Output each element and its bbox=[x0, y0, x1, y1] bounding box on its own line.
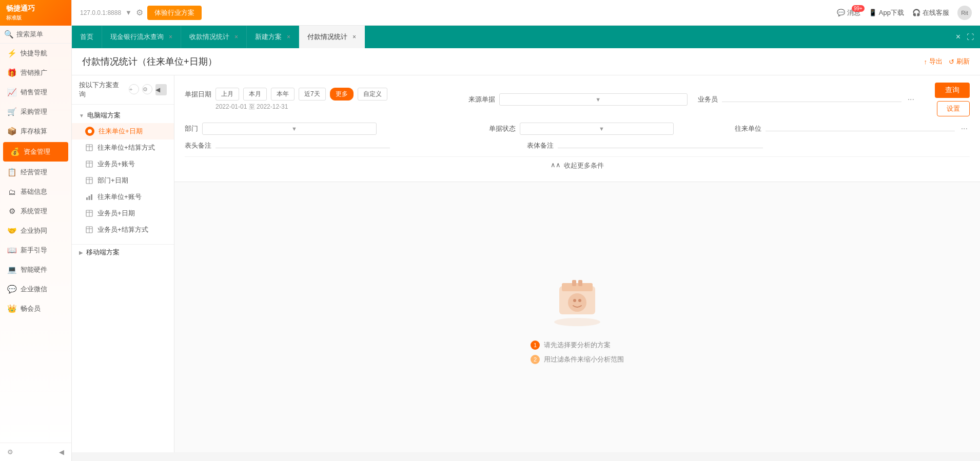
query-btn-area: 查询 设置 bbox=[935, 83, 970, 116]
chevron-left-icon: ◀ bbox=[155, 86, 167, 93]
header-note-col: 表头备注 bbox=[185, 141, 517, 150]
tab-receipt-stats-label: 收款情况统计 bbox=[189, 32, 229, 42]
scheme-panel-icons: + ⚙ ◀ bbox=[129, 84, 167, 95]
app-download-area[interactable]: 📱 App下载 bbox=[869, 8, 904, 17]
export-btn[interactable]: ↑ 导出 bbox=[924, 57, 943, 66]
last-7days-btn[interactable]: 近7天 bbox=[299, 88, 326, 101]
app-download-label: App下载 bbox=[879, 8, 904, 17]
sidebar-item-member[interactable]: 👑 畅会员 bbox=[0, 299, 71, 318]
tab-bank-flow[interactable]: 现金银行流水查询 × bbox=[102, 26, 181, 48]
mobile-scheme-group: ▶ 移动端方案 bbox=[72, 241, 174, 263]
sidebar-label-coop: 企业协同 bbox=[21, 226, 47, 235]
scheme-item-dept-date[interactable]: 部门+日期 bbox=[72, 172, 174, 189]
staff-more-btn[interactable]: ··· bbox=[906, 95, 916, 104]
page-content: 付款情况统计（往来单位+日期） ↑ 导出 ↺ 刷新 按以下方案查询 bbox=[72, 48, 980, 461]
scheme-item-staff-account[interactable]: 业务员+账号 bbox=[72, 156, 174, 172]
source-select[interactable]: ▼ bbox=[499, 93, 687, 106]
settings-button[interactable]: 设置 bbox=[937, 101, 970, 116]
book-icon: 📖 bbox=[7, 246, 16, 255]
sidebar-label-inventory: 库存核算 bbox=[21, 127, 47, 136]
partner-input-area bbox=[766, 127, 955, 131]
address-dropdown-icon[interactable]: ▼ bbox=[125, 9, 132, 16]
body-note-input[interactable] bbox=[558, 144, 763, 148]
tab-fullscreen-icon[interactable]: ⛶ bbox=[967, 33, 974, 41]
tab-bank-flow-close[interactable]: × bbox=[169, 33, 172, 41]
header-note-label: 表头备注 bbox=[185, 141, 211, 150]
sidebar-item-basic-info[interactable]: 🗂 基础信息 bbox=[0, 182, 71, 202]
sidebar-item-coop[interactable]: 🤝 企业协同 bbox=[0, 221, 71, 240]
source-label: 来源单据 bbox=[468, 95, 495, 104]
arrow-right-icon: ▶ bbox=[79, 250, 83, 255]
scheme-label-staff-account: 业务员+账号 bbox=[97, 159, 135, 169]
sidebar-label-search: 搜索菜单 bbox=[16, 30, 43, 39]
gift-icon: 🎁 bbox=[7, 68, 16, 77]
mobile-group-toggle[interactable]: ▶ 移动端方案 bbox=[72, 244, 174, 260]
plus-icon: + bbox=[129, 86, 139, 92]
last-month-btn[interactable]: 上月 bbox=[215, 88, 239, 101]
tab-payment-stats-close[interactable]: × bbox=[352, 33, 356, 41]
tab-new-scheme[interactable]: 新建方案 × bbox=[247, 26, 299, 48]
online-service-area[interactable]: 🎧 在线客服 bbox=[912, 8, 949, 17]
sidebar-item-inventory[interactable]: 📦 库存核算 bbox=[0, 122, 71, 141]
money-icon: 💰 bbox=[10, 147, 19, 156]
sidebar-item-sales[interactable]: 📈 销售管理 bbox=[0, 83, 71, 102]
empty-illustration bbox=[546, 271, 608, 332]
svg-point-24 bbox=[578, 299, 581, 302]
header-note-input[interactable] bbox=[215, 144, 390, 148]
scheme-settings-btn[interactable]: ⚙ bbox=[142, 84, 152, 94]
sidebar-item-hardware[interactable]: 💻 智能硬件 bbox=[0, 260, 71, 279]
custom-date-btn[interactable]: 自定义 bbox=[358, 88, 387, 101]
sidebar-item-quick-nav[interactable]: ⚡ 快捷导航 bbox=[0, 44, 71, 63]
body-note-col: 表体备注 bbox=[527, 141, 970, 150]
online-service-label: 在线客服 bbox=[923, 8, 949, 17]
sidebar-item-search-menu[interactable]: 🔍 搜索菜单 bbox=[0, 26, 71, 44]
user-avatar[interactable]: Rit bbox=[957, 6, 972, 20]
collapse-sidebar-icon[interactable]: ◀ bbox=[59, 448, 64, 456]
logo-text: 畅捷通巧 bbox=[6, 4, 35, 13]
scheme-collapse-btn[interactable]: ◀ bbox=[155, 84, 167, 95]
tab-receipt-stats[interactable]: 收款情况统计 × bbox=[181, 26, 247, 48]
pc-group-toggle[interactable]: ▼ 电脑端方案 bbox=[72, 108, 174, 123]
sidebar-item-marketing[interactable]: 🎁 营销推广 bbox=[0, 63, 71, 83]
scheme-item-unit-date[interactable]: 往来单位+日期 bbox=[72, 123, 174, 139]
svg-rect-26 bbox=[578, 280, 582, 286]
lightning-icon: ⚡ bbox=[7, 49, 16, 58]
tab-payment-stats[interactable]: 付款情况统计 × bbox=[299, 26, 365, 48]
message-icon: 💬 bbox=[837, 9, 845, 16]
scheme-item-unit-settle[interactable]: 往来单位+结算方式 bbox=[72, 139, 174, 156]
sidebar-item-system[interactable]: ⚙ 系统管理 bbox=[0, 202, 71, 221]
sidebar-item-operations[interactable]: 📋 经营管理 bbox=[0, 163, 71, 182]
this-month-btn[interactable]: 本月 bbox=[243, 88, 267, 101]
svg-point-23 bbox=[573, 299, 576, 302]
scheme-item-staff-settle[interactable]: 业务员+结算方式 bbox=[72, 222, 174, 238]
scheme-item-staff-date[interactable]: 业务员+日期 bbox=[72, 205, 174, 222]
scheme-item-unit-account[interactable]: 往来单位+账号 bbox=[72, 189, 174, 205]
tab-receipt-close[interactable]: × bbox=[234, 33, 238, 41]
source-doc-col: 来源单据 ▼ bbox=[468, 93, 687, 106]
notification-area[interactable]: 💬 消息 99+ bbox=[837, 8, 860, 17]
staff-input-area bbox=[722, 97, 901, 102]
scheme-label-dept-date: 部门+日期 bbox=[97, 176, 128, 185]
more-dates-btn[interactable]: 更多 bbox=[330, 88, 354, 101]
folder-icon: 🗂 bbox=[7, 187, 16, 196]
collapse-bar[interactable]: ∧∧ 收起更多条件 bbox=[185, 156, 970, 174]
tab-home[interactable]: 首页 bbox=[72, 26, 102, 48]
sidebar-item-guide[interactable]: 📖 新手引导 bbox=[0, 240, 71, 260]
trial-btn[interactable]: 体验行业方案 bbox=[147, 6, 202, 20]
topbar-settings-icon[interactable]: ⚙ bbox=[136, 8, 143, 17]
refresh-btn[interactable]: ↺ 刷新 bbox=[949, 57, 970, 66]
sidebar-item-wechat[interactable]: 💬 企业微信 bbox=[0, 279, 71, 299]
tab-close-all-icon[interactable]: × bbox=[956, 32, 961, 42]
dept-select[interactable]: ▼ bbox=[202, 123, 377, 135]
this-year-btn[interactable]: 本年 bbox=[271, 88, 295, 101]
sidebar-item-capital[interactable]: 💰 资金管理 bbox=[3, 142, 68, 162]
partner-more-btn[interactable]: ··· bbox=[959, 124, 970, 133]
tab-new-scheme-close[interactable]: × bbox=[287, 33, 290, 41]
svg-point-0 bbox=[88, 129, 92, 133]
query-button[interactable]: 查询 bbox=[935, 83, 970, 98]
sidebar-item-purchase[interactable]: 🛒 采购管理 bbox=[0, 102, 71, 122]
add-scheme-btn[interactable]: + bbox=[129, 84, 139, 94]
doc-status-select[interactable]: ▼ bbox=[520, 123, 674, 135]
settings-bottom-icon[interactable]: ⚙ bbox=[7, 448, 13, 456]
tab-new-scheme-label: 新建方案 bbox=[255, 32, 282, 42]
